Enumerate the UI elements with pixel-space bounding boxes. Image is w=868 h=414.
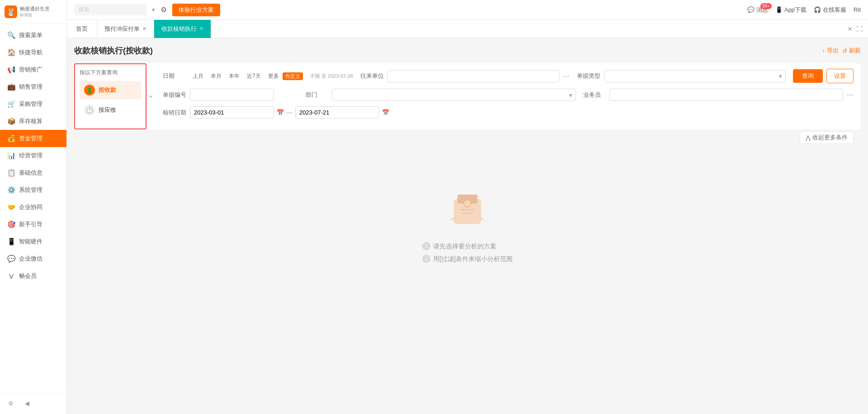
by-receivable-label: 按应收 (99, 106, 116, 114)
tab-prepay-label: 预付冲应付单 (104, 25, 140, 33)
tip-num-1: 1 (422, 242, 430, 250)
sidebar-item-guide[interactable]: 🎯新手引导 (0, 216, 66, 233)
tab-collection-label: 收款核销执行 (161, 25, 197, 33)
filter-row-1: 日期 上月 本月 本年 近7天 更多 自定义 不限 至 2023-07-26 (163, 69, 854, 83)
basic-info-icon: 📋 (7, 169, 15, 177)
dept-select[interactable] (332, 89, 576, 101)
sidebar-item-label: 搜索菜单 (19, 31, 42, 39)
topbar: 搜索 ▾ ⚙ 体验行业方案 💬 消息 99+ 📱 App下载 🎧 在线客服 Ri… (67, 0, 868, 20)
date-btn-this-year[interactable]: 本年 (225, 71, 243, 81)
filter-option-by-collection[interactable]: 💲 按收款 (80, 81, 141, 99)
tab-home-label: 首页 (76, 25, 88, 33)
sidebar-item-hardware[interactable]: 📱智能硬件 (0, 233, 66, 250)
wechat-icon: 💬 (7, 255, 15, 263)
docno-input[interactable] (190, 89, 274, 101)
message-badge: 99+ (760, 3, 772, 9)
svg-rect-4 (462, 213, 473, 214)
refresh-btn[interactable]: ↺ 刷新 (842, 47, 861, 55)
topbar-gear-icon[interactable]: ⚙ (160, 5, 167, 14)
customer-dots-btn[interactable]: ··· (563, 71, 570, 81)
brand-logo: 🐰 畅捷通好生意 标准版 (0, 0, 66, 24)
verify-date-start-icon[interactable]: 📅 (277, 109, 284, 116)
salesperson-dots-btn[interactable]: ··· (847, 90, 854, 100)
sidebar-item-vip[interactable]: V畅会员 (0, 267, 66, 285)
sidebar-item-purchase[interactable]: 🛒采购管理 (0, 95, 66, 113)
collapse-more-btn[interactable]: ⋀ 收起更多条件 (800, 131, 854, 144)
tab-prepay[interactable]: 预付冲应付单 ✕ (97, 20, 154, 38)
customer-input[interactable] (387, 70, 559, 82)
content-area: 收款核销执行(按收款) ↑ 导出 ↺ 刷新 按以下方案查询 (67, 38, 868, 414)
filter-doctype-field: 单据类型 (577, 70, 786, 82)
svg-point-2 (464, 200, 471, 207)
sidebar-item-basic-info[interactable]: 📋基础信息 (0, 164, 66, 181)
salesperson-input[interactable] (609, 89, 843, 101)
filter-row-2: 单据编号 部门 业务员 (163, 89, 854, 101)
sidebar-item-label: 智能硬件 (19, 238, 42, 246)
verify-date-end-icon[interactable]: 📅 (382, 109, 389, 116)
message-btn[interactable]: 💬 消息 99+ (747, 6, 768, 14)
sidebar-item-system[interactable]: ⚙️系统管理 (0, 181, 66, 199)
sidebar-item-inventory[interactable]: 📦库存核算 (0, 113, 66, 130)
filter-option-by-receivable[interactable]: 🕐 按应收 (80, 101, 141, 119)
message-icon: 💬 (747, 6, 755, 13)
window-maximize-btn[interactable]: ⛶ (856, 25, 863, 33)
filter-customer-field: 往来单位 ··· (360, 70, 569, 82)
date-btn-more[interactable]: 更多 (264, 71, 283, 81)
sidebar-item-marketing[interactable]: 📢营销推广 (0, 61, 66, 78)
user-name[interactable]: Rit (854, 6, 861, 13)
date-custom-badge[interactable]: 自定义 (283, 72, 303, 80)
topbar-search[interactable]: 搜索 (74, 4, 146, 15)
system-icon: ⚙️ (7, 186, 15, 194)
app-download-btn[interactable]: 📱 App下载 (775, 6, 807, 14)
topbar-dropdown-arrow[interactable]: ▾ (152, 6, 155, 13)
sidebar-item-business[interactable]: 📊经营管理 (0, 147, 66, 164)
window-close-btn[interactable]: ✕ (847, 25, 853, 33)
doctype-select[interactable] (604, 70, 786, 82)
collapse-sidebar-btn[interactable]: ◀ (21, 397, 33, 409)
filter-sidebar: 按以下方案查询 💲 按收款 🕐 按应收 (74, 63, 146, 129)
settings-footer-btn[interactable]: ⚙ (5, 397, 17, 409)
app-icon: 📱 (775, 6, 783, 13)
refresh-icon: ↺ (842, 48, 847, 54)
window-buttons: ✕ ⛶ (842, 25, 868, 33)
page-title-actions: ↑ 导出 ↺ 刷新 (822, 47, 861, 55)
search-icon: 🔍 (7, 31, 15, 39)
verify-date-end-input[interactable] (295, 106, 379, 119)
sidebar-item-label: 畅会员 (19, 272, 37, 280)
doctype-label: 单据类型 (577, 72, 600, 80)
tab-collection[interactable]: 收款核销执行 ✕ (154, 20, 211, 38)
tip-num-2: 2 (422, 255, 430, 263)
date-btn-this-month[interactable]: 本月 (207, 71, 225, 81)
sidebar-item-wechat[interactable]: 💬企业微信 (0, 250, 66, 267)
filter-actions: 查询 设置 (793, 69, 854, 83)
verify-date-start-input[interactable] (190, 106, 274, 119)
sidebar-item-enterprise[interactable]: 🤝企业协同 (0, 199, 66, 216)
filter-docno-field: 单据编号 (163, 89, 298, 101)
sidebar-item-sales[interactable]: 💼销售管理 (0, 78, 66, 95)
query-btn[interactable]: 查询 (793, 69, 823, 83)
sidebar-item-finance[interactable]: 💰资金管理 (0, 130, 66, 147)
sidebar-item-quick-nav[interactable]: 🏠快捷导航 (0, 44, 66, 61)
tab-prepay-close[interactable]: ✕ (142, 26, 146, 32)
service-btn[interactable]: 🎧 在线客服 (814, 6, 846, 14)
sidebar-nav: 🔍搜索菜单🏠快捷导航📢营销推广💼销售管理🛒采购管理📦库存核算💰资金管理📊经营管理… (0, 24, 66, 392)
sidebar-item-label: 快捷导航 (19, 48, 42, 57)
date-btn-last-month[interactable]: 上月 (189, 71, 207, 81)
quick-nav-icon: 🏠 (7, 48, 15, 57)
tab-home[interactable]: 首页 (67, 20, 97, 38)
tab-collection-close[interactable]: ✕ (199, 26, 203, 32)
date-btn-7days[interactable]: 近7天 (243, 71, 264, 81)
purchase-icon: 🛒 (7, 100, 15, 108)
export-btn[interactable]: ↑ 导出 (822, 47, 839, 55)
settings-btn[interactable]: 设置 (826, 69, 854, 83)
page-title-text: 收款核销执行(按收款) (74, 45, 153, 56)
sales-icon: 💼 (7, 83, 15, 91)
filter-collapse-toggle[interactable]: › (146, 63, 156, 129)
brand-name: 畅捷通好生意 (20, 5, 50, 12)
industry-btn[interactable]: 体验行业方案 (172, 4, 220, 16)
sidebar-item-label: 营销推广 (19, 66, 42, 74)
filter-verify-date-field: 核销日期 📅 — 📅 (163, 106, 389, 119)
content-inner: 收款核销执行(按收款) ↑ 导出 ↺ 刷新 按以下方案查询 (67, 38, 868, 309)
by-collection-label: 按收款 (99, 86, 116, 94)
sidebar-item-search[interactable]: 🔍搜索菜单 (0, 27, 66, 44)
